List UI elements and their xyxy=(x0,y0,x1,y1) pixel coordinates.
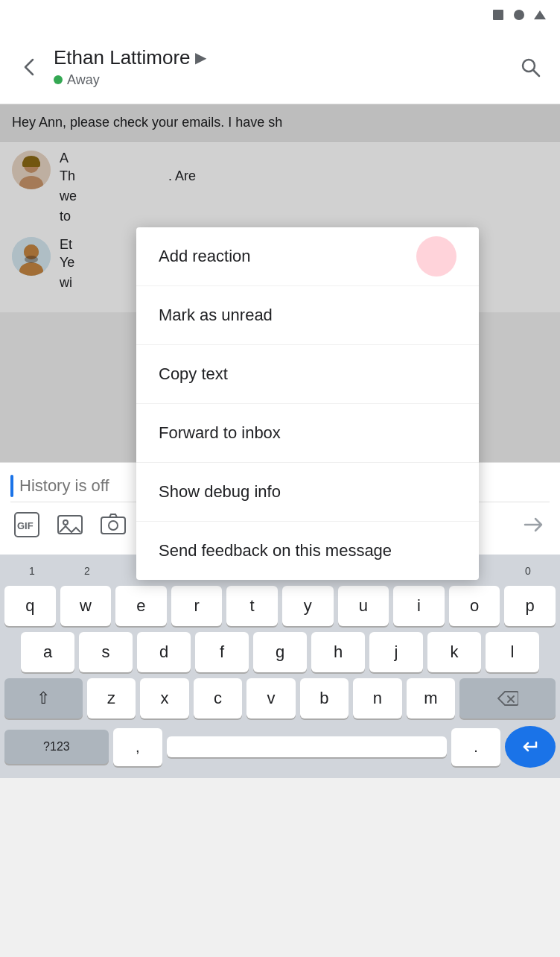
svg-rect-0 xyxy=(493,10,503,20)
key-b[interactable]: b xyxy=(300,678,349,718)
key-t[interactable]: t xyxy=(226,586,278,626)
key-h[interactable]: h xyxy=(311,632,365,672)
signal-icon xyxy=(533,8,547,22)
key-row-3: ⇧ z x c v b n m xyxy=(0,675,560,721)
key-n[interactable]: n xyxy=(353,678,401,718)
period-key[interactable]: . xyxy=(451,728,500,766)
svg-point-18 xyxy=(63,520,68,525)
image-button[interactable] xyxy=(54,508,86,541)
contact-name: Ethan Lattimore ▶ xyxy=(54,46,512,69)
key-o[interactable]: o xyxy=(449,586,500,626)
key-row-2: a s d f g h j k l xyxy=(0,629,560,675)
key-row-1: q w e r t y u i o p xyxy=(0,583,560,629)
svg-text:GIF: GIF xyxy=(17,520,34,531)
key-i[interactable]: i xyxy=(393,586,445,626)
key-a[interactable]: a xyxy=(21,632,74,672)
camera-button[interactable] xyxy=(97,508,130,541)
key-p[interactable]: p xyxy=(504,586,556,626)
key-f[interactable]: f xyxy=(195,632,249,672)
back-button[interactable] xyxy=(12,49,48,85)
key-u[interactable]: u xyxy=(338,586,389,626)
svg-point-1 xyxy=(514,10,524,20)
circle-icon xyxy=(512,8,526,22)
header: Ethan Lattimore ▶ Away xyxy=(0,30,560,104)
num-switch-key[interactable]: ?123 xyxy=(4,730,109,764)
key-x[interactable]: x xyxy=(140,678,188,718)
key-g[interactable]: g xyxy=(253,632,307,672)
svg-line-4 xyxy=(533,70,539,76)
send-button[interactable] xyxy=(517,508,550,541)
menu-item-add-reaction[interactable]: Add reaction xyxy=(136,227,479,286)
backspace-key[interactable] xyxy=(459,678,556,718)
status-dot xyxy=(54,75,63,84)
chevron-icon: ▶ xyxy=(195,48,206,66)
contact-info: Ethan Lattimore ▶ Away xyxy=(54,46,512,88)
key-l[interactable]: l xyxy=(486,632,539,672)
comma-key[interactable]: , xyxy=(113,728,162,766)
ripple-effect xyxy=(416,236,456,277)
menu-item-forward-inbox[interactable]: Forward to inbox xyxy=(136,404,479,463)
status-label: Away xyxy=(67,72,100,88)
space-key[interactable] xyxy=(167,736,447,757)
gif-button[interactable]: GIF xyxy=(10,508,43,541)
key-c[interactable]: c xyxy=(194,678,242,718)
key-s[interactable]: s xyxy=(79,632,133,672)
svg-rect-19 xyxy=(101,517,125,534)
search-button[interactable] xyxy=(512,49,548,85)
key-e[interactable]: e xyxy=(115,586,167,626)
key-0[interactable]: 0 xyxy=(500,562,556,580)
square-icon xyxy=(491,8,505,22)
key-d[interactable]: d xyxy=(137,632,191,672)
key-z[interactable]: z xyxy=(87,678,136,718)
enter-key[interactable] xyxy=(505,726,556,768)
key-w[interactable]: w xyxy=(60,586,112,626)
key-y[interactable]: y xyxy=(282,586,334,626)
contact-status: Away xyxy=(54,72,512,88)
key-k[interactable]: k xyxy=(427,632,481,672)
menu-item-send-feedback[interactable]: Send feedback on this message xyxy=(136,522,479,580)
chat-section: Hey Ann, please check your emails. I hav… xyxy=(0,104,560,462)
bottom-row: ?123 , . xyxy=(0,721,560,778)
key-v[interactable]: v xyxy=(246,678,295,718)
key-2[interactable]: 2 xyxy=(60,562,115,580)
svg-point-20 xyxy=(109,521,118,530)
key-j[interactable]: j xyxy=(369,632,423,672)
key-r[interactable]: r xyxy=(171,586,223,626)
shift-key[interactable]: ⇧ xyxy=(4,678,83,718)
menu-item-copy-text[interactable]: Copy text xyxy=(136,345,479,404)
keyboard: 1 2 3 4 5 6 7 8 9 0 q w e r t y u i o p … xyxy=(0,555,560,778)
key-m[interactable]: m xyxy=(407,678,455,718)
cursor-indicator xyxy=(10,475,13,497)
context-menu: Add reaction Mark as unread Copy text Fo… xyxy=(136,227,479,580)
key-q[interactable]: q xyxy=(4,586,56,626)
menu-item-mark-unread[interactable]: Mark as unread xyxy=(136,286,479,345)
status-bar xyxy=(0,0,560,30)
menu-item-debug-info[interactable]: Show debug info xyxy=(136,463,479,522)
key-1[interactable]: 1 xyxy=(4,562,60,580)
svg-marker-2 xyxy=(534,10,546,19)
